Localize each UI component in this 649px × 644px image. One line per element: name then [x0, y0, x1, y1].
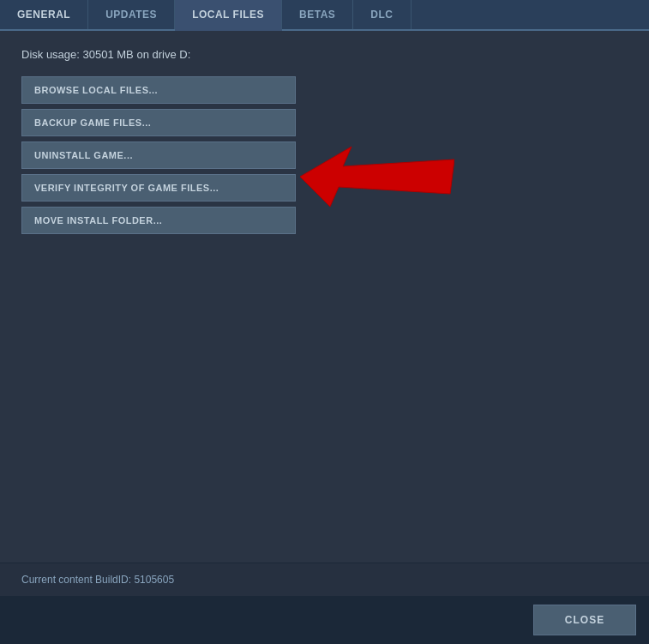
tab-dlc[interactable]: DLC [353, 0, 411, 29]
tab-general[interactable]: GENERAL [0, 0, 88, 29]
tab-updates[interactable]: UPDATES [88, 0, 175, 29]
arrow-annotation [300, 142, 454, 211]
close-bar: CLOSE [0, 596, 649, 644]
build-info-bar: Current content BuildID: 5105605 [0, 563, 649, 596]
action-buttons-section: BROWSE LOCAL FILES... BACKUP GAME FILES.… [21, 76, 296, 234]
tab-local-files[interactable]: LOCAL FILES [175, 0, 282, 31]
disk-usage-label: Disk usage: 30501 MB on drive D: [21, 48, 628, 61]
footer: Current content BuildID: 5105605 CLOSE [0, 563, 649, 644]
move-install-folder-button[interactable]: MOVE INSTALL FOLDER... [21, 207, 296, 234]
verify-integrity-button[interactable]: VERIFY INTEGRITY OF GAME FILES... [21, 174, 296, 202]
tab-betas[interactable]: BETAS [282, 0, 353, 29]
build-id-label: Current content BuildID: 5105605 [21, 574, 174, 586]
main-content: Disk usage: 30501 MB on drive D: BROWSE … [0, 31, 649, 563]
tab-bar: GENERAL UPDATES LOCAL FILES BETAS DLC [0, 0, 649, 31]
browse-local-files-button[interactable]: BROWSE LOCAL FILES... [21, 76, 296, 104]
svg-marker-0 [300, 147, 454, 207]
uninstall-game-button[interactable]: UNINSTALL GAME... [21, 141, 296, 169]
backup-game-files-button[interactable]: BACKUP GAME FILES... [21, 109, 296, 136]
close-button[interactable]: CLOSE [533, 605, 636, 635]
